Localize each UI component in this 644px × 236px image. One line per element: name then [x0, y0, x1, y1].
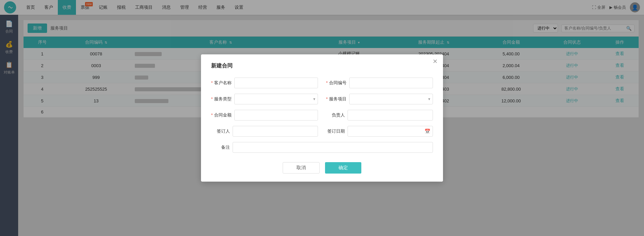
form-row-signer: 签订人: [211, 126, 318, 137]
service-type-select[interactable]: [234, 94, 318, 104]
date-wrapper: 2023-06-06 📅: [348, 126, 433, 137]
remark-input[interactable]: [233, 142, 433, 153]
main-layout: 📄 合同 💰 收费 📋 对账单 新增 服务项目 进行中 已完成 已终止: [0, 15, 644, 236]
customer-name-input[interactable]: [234, 78, 318, 88]
confirm-button[interactable]: 确定: [325, 162, 361, 174]
form-grid: 客户名称 合同编号 服务类型 ▾: [211, 78, 433, 153]
modal-overlay[interactable]: ✕ 新建合同 客户名称 合同编号 服务类型: [18, 15, 644, 236]
form-row-sign-date: 签订日期 2023-06-06 📅: [326, 126, 433, 137]
service-item-select-wrapper: ▾: [349, 94, 433, 104]
modal-new-contract: ✕ 新建合同 客户名称 合同编号 服务类型: [201, 54, 443, 182]
signer-input[interactable]: [233, 126, 318, 137]
form-row-customer: 客户名称: [211, 78, 318, 88]
modal-footer: 取消 确定: [211, 162, 433, 174]
contract-amount-input[interactable]: 0.00: [234, 110, 318, 121]
calendar-icon[interactable]: 📅: [425, 129, 430, 134]
form-row-amount: 合同金额 0.00: [211, 110, 318, 121]
form-row-responsible: 负责人: [326, 110, 433, 121]
modal-close-button[interactable]: ✕: [433, 58, 438, 64]
contract-no-input[interactable]: [349, 78, 433, 88]
cancel-button[interactable]: 取消: [283, 162, 320, 174]
responsible-label: 负责人: [326, 112, 345, 118]
service-item-select[interactable]: [349, 94, 433, 104]
remark-label: 备注: [211, 144, 230, 150]
content-area: 新增 服务项目 进行中 已完成 已终止 🔍 序号: [18, 15, 644, 236]
contract-amount-label: 合同金额: [211, 112, 232, 118]
customer-name-label: 客户名称: [211, 80, 232, 86]
contract-no-label: 合同编号: [326, 80, 347, 86]
form-row-service-item: 服务项目 ▾: [326, 94, 433, 104]
service-type-label: 服务类型: [211, 96, 232, 102]
service-type-select-wrapper: ▾: [234, 94, 318, 104]
form-row-contract-no: 合同编号: [326, 78, 433, 88]
signer-label: 签订人: [211, 128, 230, 134]
form-row-service-type: 服务类型 ▾: [211, 94, 318, 104]
modal-title: 新建合同: [211, 62, 433, 69]
service-item-label: 服务项目: [326, 96, 347, 102]
sign-date-label: 签订日期: [326, 128, 345, 134]
responsible-input[interactable]: [348, 110, 433, 121]
form-row-remark: 备注: [211, 142, 433, 153]
sign-date-input[interactable]: 2023-06-06: [348, 126, 433, 137]
